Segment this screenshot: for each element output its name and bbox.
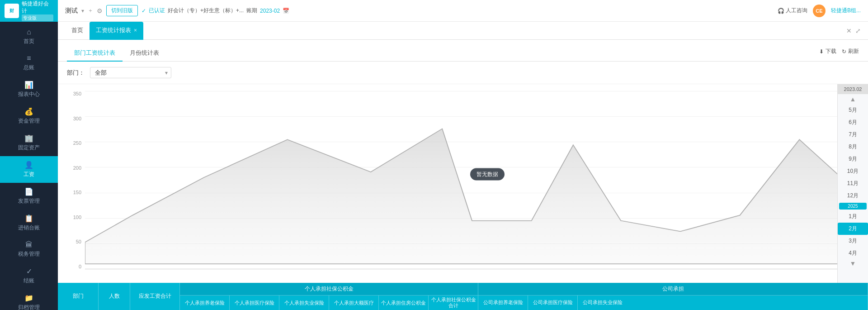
assets-icon: 🏢 xyxy=(24,134,33,143)
nav-down-btn[interactable]: ▼ xyxy=(848,259,859,267)
avatar: CE xyxy=(813,5,826,17)
sidebar-item-label: 发票管理 xyxy=(18,197,40,205)
sidebar-item-tax[interactable]: 🏛 税务管理 xyxy=(0,236,58,262)
service-btn[interactable]: 🎧 人工咨询 xyxy=(778,7,807,14)
sub-tab-month[interactable]: 月份统计表 xyxy=(123,45,166,62)
certified-label: 已认证 xyxy=(149,7,165,14)
sidebar-item-close[interactable]: ✓ 结账 xyxy=(0,262,58,289)
sidebar-item-label: 报表中心 xyxy=(18,91,40,98)
date-panel-header: 2023.02 xyxy=(838,84,868,94)
th-personal-major-medical: 个人承担大额医疗 xyxy=(329,296,379,310)
refresh-btn[interactable]: ↻ 刷新 xyxy=(842,48,859,55)
close-period-icon: ✓ xyxy=(26,267,32,276)
sidebar-item-funds[interactable]: 💰 资金管理 xyxy=(0,103,58,129)
month-9[interactable]: 9月 xyxy=(838,153,868,165)
th-personal-total: 个人承担社保公积金合计 xyxy=(429,296,478,310)
content-inner: 部门工资统计表 月份统计表 ⬇ 下载 ↻ 刷新 xyxy=(58,40,868,310)
period-value: 2023-02 xyxy=(260,8,280,14)
month-3[interactable]: 3月 xyxy=(838,235,868,247)
dept-filter-label: 部门： xyxy=(67,69,85,77)
y-label-250: 250 xyxy=(73,140,81,146)
invoice-icon: 📄 xyxy=(24,187,33,196)
sidebar-item-archive[interactable]: 📁 归档管理 xyxy=(0,289,58,310)
download-btn[interactable]: ⬇ 下载 xyxy=(819,48,836,55)
dept-select[interactable]: 全部 xyxy=(90,67,171,78)
sidebar-item-sales[interactable]: 📋 进销台账 xyxy=(0,210,58,236)
th-company-header: 公司承担 xyxy=(478,283,868,296)
month-1[interactable]: 1月 xyxy=(838,210,868,223)
filter-bar: 部门： 全部 xyxy=(58,62,868,84)
th-company-medical: 公司承担医疗保险 xyxy=(528,296,578,310)
company-title: 测试 xyxy=(65,7,78,15)
th-dept: 部门 xyxy=(58,283,99,310)
sales-icon: 📋 xyxy=(24,214,33,223)
sidebar-item-label: 归档管理 xyxy=(18,304,40,310)
month-4[interactable]: 4月 xyxy=(838,247,868,259)
th-personal-header: 个人承担社保公积金 xyxy=(180,283,478,296)
sidebar-item-invoice[interactable]: 📄 发票管理 xyxy=(0,183,58,210)
th-headcount: 人数 xyxy=(99,283,130,310)
th-personal-housing: 个人承担住房公积金 xyxy=(379,296,429,310)
dept-select-wrapper: 全部 xyxy=(90,67,171,78)
tab-salary-label: 工资统计报表 xyxy=(96,26,131,34)
download-icon: ⬇ xyxy=(819,48,824,55)
month-2-active[interactable]: 2月 xyxy=(838,223,868,235)
archive-icon: 📁 xyxy=(24,294,33,302)
sidebar-item-label: 工资 xyxy=(24,171,34,178)
y-axis: 350 300 250 200 150 100 50 0 xyxy=(67,89,85,278)
date-panel-nav: ▲ xyxy=(838,94,868,104)
calendar-icon[interactable]: 📅 xyxy=(283,8,289,14)
th-company-group: 公司承担 公司承担养老保险 公司承担医疗保险 公司承担失业保险 xyxy=(478,283,868,310)
certified-check-icon: ✓ xyxy=(142,8,146,14)
logo-area: 财 畅捷通好会计 专业版 xyxy=(0,0,58,22)
th-company-pension: 公司承担养老保险 xyxy=(478,296,528,310)
y-label-350: 350 xyxy=(73,91,81,96)
username-label[interactable]: 轻捷通B组... xyxy=(831,7,861,14)
month-10[interactable]: 10月 xyxy=(838,165,868,177)
th-personal-cells: 个人承担养老保险 个人承担医疗保险 个人承担失业保险 个人承担大额医疗 个人承担… xyxy=(180,296,478,310)
tab-salary-report[interactable]: 工资统计报表 × xyxy=(90,22,143,40)
area-chart xyxy=(85,91,859,269)
settings-gear-icon[interactable]: ⚙ xyxy=(97,7,103,14)
sidebar-item-salary[interactable]: 👤 工资 xyxy=(0,156,58,183)
topbar: 测试 ▾ ＋ ⚙ 切到旧版 ✓ 已认证 好会计（专）+好生意（标）+... 账期… xyxy=(58,0,868,22)
month-12[interactable]: 12月 xyxy=(838,190,868,202)
month-7[interactable]: 7月 xyxy=(838,129,868,141)
switch-old-btn[interactable]: 切到旧版 xyxy=(106,5,138,16)
topbar-right: 🎧 人工咨询 CE 轻捷通B组... xyxy=(778,5,861,17)
window-close-icon[interactable]: ✕ xyxy=(846,27,852,34)
sidebar-item-reports[interactable]: 📊 报表中心 xyxy=(0,76,58,103)
content-area: 部门工资统计表 月份统计表 ⬇ 下载 ↻ 刷新 xyxy=(58,40,868,310)
sidebar-item-label: 税务管理 xyxy=(18,250,40,258)
sidebar-item-label: 首页 xyxy=(24,38,34,45)
headset-icon: 🎧 xyxy=(778,8,784,14)
month-6[interactable]: 6月 xyxy=(838,116,868,129)
chart-content: 暂无数据 xyxy=(85,89,859,278)
y-label-150: 150 xyxy=(73,190,81,195)
sidebar-item-home[interactable]: ⌂ 首页 xyxy=(0,24,58,50)
add-icon[interactable]: ＋ xyxy=(88,7,93,14)
funds-icon: 💰 xyxy=(24,107,33,116)
th-total-salary: 应发工资合计 xyxy=(130,283,180,310)
x-axis-line xyxy=(85,269,859,269)
sidebar-item-assets[interactable]: 🏢 固定资产 xyxy=(0,129,58,156)
company-dropdown-icon[interactable]: ▾ xyxy=(81,8,84,14)
month-5[interactable]: 5月 xyxy=(838,104,868,116)
tab-close-icon[interactable]: × xyxy=(134,27,137,33)
sub-tab-dept[interactable]: 部门工资统计表 xyxy=(67,45,123,62)
home-icon: ⌂ xyxy=(27,28,31,36)
tab-home[interactable]: 首页 xyxy=(65,22,90,40)
sidebar-item-label: 结账 xyxy=(24,277,34,285)
nav-up-btn[interactable]: ▲ xyxy=(848,95,859,103)
refresh-icon: ↻ xyxy=(842,48,846,55)
window-maximize-icon[interactable]: ⤢ xyxy=(855,27,861,34)
period-label: 账期 xyxy=(246,7,257,14)
month-8[interactable]: 8月 xyxy=(838,141,868,153)
month-11[interactable]: 11月 xyxy=(838,177,868,190)
chart-area: 350 300 250 200 150 100 50 0 xyxy=(58,84,868,283)
sidebar-item-ledger[interactable]: ≡ 总账 xyxy=(0,50,58,76)
main-area: 测试 ▾ ＋ ⚙ 切到旧版 ✓ 已认证 好会计（专）+好生意（标）+... 账期… xyxy=(58,0,868,310)
th-company-unemployment: 公司承担失业保险 xyxy=(578,296,627,310)
tab-bar: 首页 工资统计报表 × ✕ ⤢ xyxy=(58,22,868,40)
th-personal-group: 个人承担社保公积金 个人承担养老保险 个人承担医疗保险 个人承担失业保险 个人承… xyxy=(180,283,478,310)
